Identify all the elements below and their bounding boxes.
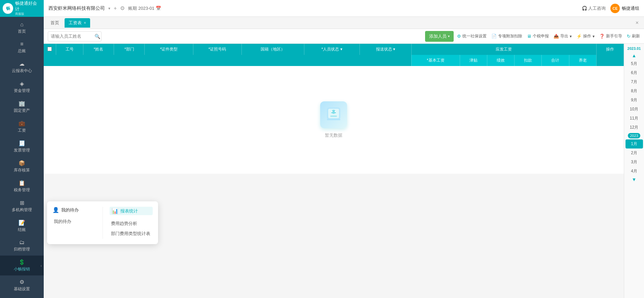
export-button[interactable]: 📤 导出 ▾ (554, 33, 572, 39)
social-insurance-button[interactable]: ⚙ 统一社保设置 (457, 33, 487, 39)
report-item-trend[interactable]: 费用趋势分析 (110, 219, 153, 229)
sidebar-item-finance[interactable]: ◈ 资金管理 (0, 77, 44, 97)
close-all-icon: × (636, 20, 639, 26)
report-title-label: 报表统计 (120, 208, 138, 214)
refresh-button[interactable]: ↻ 刷新 (627, 33, 640, 39)
th-cert-no: *证照号码 (193, 44, 241, 55)
archive-icon: 🗂 (19, 239, 25, 245)
sidebar-label-assets: 固定资产 (14, 108, 30, 113)
special-deduction-button[interactable]: 📄 专项附加扣除 (491, 33, 522, 39)
sidebar-item-settle[interactable]: 📝 结账 (0, 216, 44, 236)
sidebar-item-assets[interactable]: 🏢 固定资产 (0, 97, 44, 117)
sidebar-label-multiorg: 多机构管理 (12, 207, 32, 213)
sidebar-item-archive[interactable]: 🗂 归档管理 (0, 236, 44, 256)
popup-todo-title: 👤 我的待办 (52, 207, 96, 213)
month-item-9[interactable]: 9月 (626, 96, 643, 105)
add-company-button[interactable]: + (114, 5, 117, 11)
month-item-10[interactable]: 10月 (626, 105, 643, 114)
topbar: 西安虾米网络科技有限公司 ▾ + ⚙ 账期 2023-01 📅 🎧 人工咨询 C… (44, 0, 644, 17)
month-panel: 2023.01 ▲ 5月 6月 7月 8月 9月 10月 11月 12月 202… (624, 44, 644, 298)
th-operation: 操作 (596, 44, 623, 55)
todo-item-my[interactable]: 我的待办 (52, 217, 96, 227)
month-item-8[interactable]: 8月 (626, 87, 643, 96)
period-value: 2023-01 (138, 6, 154, 11)
assets-icon: 🏢 (18, 100, 25, 107)
tab-home[interactable]: 首页 (46, 18, 63, 28)
todo-icon: 👤 (52, 207, 59, 213)
invoice-icon: 🧾 (18, 140, 25, 146)
toolbar-actions: ⚙ 统一社保设置 📄 专项附加扣除 🖥 个税申报 📤 导出 ▾ ⚡ 操作 ▾ (457, 33, 640, 39)
search-box[interactable]: 🔍 (48, 31, 102, 41)
month-item-7[interactable]: 7月 (626, 77, 643, 87)
sidebar-label-salary: 工资 (18, 128, 26, 133)
new-guide-label: 新手引导 (606, 33, 622, 39)
sidebar-item-multiorg[interactable]: ⊞ 多机构管理 (0, 196, 44, 216)
refresh-label: 刷新 (632, 33, 640, 39)
table-body: 暂无数据 (44, 66, 624, 174)
sidebar-item-ledger[interactable]: ≡ 总账 (0, 38, 44, 57)
tax-declare-button[interactable]: 🖥 个税申报 (527, 33, 549, 39)
sidebar-item-invoice[interactable]: 🧾 发票管理 (0, 137, 44, 157)
user-menu[interactable]: CE 畅捷通组 (610, 4, 639, 13)
tab-close-button[interactable]: × (84, 21, 86, 25)
sidebar-item-salary[interactable]: 💼 工资 (0, 117, 44, 137)
logo-icon: 畅 (3, 3, 13, 14)
sidebar-label-inventory: 库存核算 (14, 167, 30, 173)
sidebar-item-cloud[interactable]: ☁ 云报表中心 (0, 57, 44, 77)
sidebar-item-home[interactable]: ⌂ 首页 (0, 18, 44, 38)
tax-declare-icon: 🖥 (527, 34, 531, 39)
search-input[interactable] (51, 34, 94, 39)
th-nationality: 国籍（地区） (241, 44, 304, 55)
month-item-5[interactable]: 5月 (626, 59, 643, 68)
calendar-icon[interactable]: 📅 (156, 6, 161, 11)
salary-icon: 💼 (18, 120, 25, 127)
search-icon[interactable]: 🔍 (94, 34, 100, 39)
sidebar-label-ledger: 总账 (18, 48, 26, 54)
close-all-button[interactable]: × (633, 20, 641, 26)
special-deduction-label: 专项附加扣除 (498, 33, 522, 39)
month-item-12[interactable]: 12月 (626, 123, 643, 132)
service-button[interactable]: 🎧 人工咨询 (582, 5, 606, 11)
table-wrapper: 工号 *姓名 *部门 *证件类型 *证照号码 国籍（地区） *人员状态 ▾ 报送… (44, 44, 624, 298)
checkbox-header[interactable] (44, 44, 56, 55)
empty-state: 暂无数据 (46, 81, 622, 159)
month-item-6[interactable]: 6月 (626, 68, 643, 77)
avatar: CE (610, 4, 620, 13)
table-container: 工号 *姓名 *部门 *证件类型 *证照号码 国籍（地区） *人员状态 ▾ 报送… (44, 44, 644, 298)
sidebar-label-tax: 税务管理 (14, 187, 30, 193)
sidebar-item-inventory[interactable]: 📦 库存核算 (0, 157, 44, 176)
month-up-arrow[interactable]: ▲ (631, 52, 638, 59)
username: 畅捷通组 (622, 5, 639, 11)
finance-icon: ◈ (20, 80, 24, 87)
month-item-2[interactable]: 2月 (626, 148, 643, 158)
month-down-arrow[interactable]: ▼ (631, 176, 638, 183)
export-icon: 📤 (554, 34, 559, 39)
operation-button[interactable]: ⚡ 操作 ▾ (576, 33, 595, 39)
inventory-icon: 📦 (18, 160, 25, 166)
period-label: 账期 (128, 5, 137, 11)
sidebar-item-expense[interactable]: 💲 小畅报销 ‹ (0, 256, 44, 275)
sidebar-item-tax[interactable]: 📋 税务管理 (0, 176, 44, 196)
service-label: 人工咨询 (588, 5, 606, 11)
select-all-checkbox[interactable] (47, 47, 52, 51)
company-dropdown-arrow[interactable]: ▾ (108, 6, 110, 11)
sidebar-item-basic[interactable]: ⚙ 基础设置 (0, 275, 44, 295)
month-item-4[interactable]: 4月 (626, 167, 643, 176)
svg-rect-4 (327, 119, 340, 120)
tab-home-label: 首页 (50, 20, 59, 26)
new-guide-button[interactable]: ❓ 新手引导 (599, 33, 622, 39)
popup-col-report: 📊 报表统计 费用趋势分析 部门费用类型统计表 (110, 207, 153, 239)
tab-salary-table[interactable]: 工资表 × (65, 18, 90, 28)
year-2023-label: 2023 (628, 133, 640, 138)
month-item-11[interactable]: 11月 (626, 114, 643, 123)
add-person-button[interactable]: 添加人员 ▾ (425, 31, 454, 42)
empty-text: 暂无数据 (325, 132, 342, 138)
company-settings-icon[interactable]: ⚙ (120, 5, 125, 11)
month-item-1[interactable]: 1月 (626, 139, 643, 148)
sidebar-label-invoice: 发票管理 (14, 147, 30, 153)
sidebar-item-guide[interactable]: ▶ 新手引导 (0, 295, 44, 298)
month-item-3[interactable]: 3月 (626, 158, 643, 167)
th-bonus: 津贴 (460, 55, 487, 66)
th-cert-type: *证件类型 (145, 44, 193, 55)
report-item-dept[interactable]: 部门费用类型统计表 (110, 229, 153, 239)
